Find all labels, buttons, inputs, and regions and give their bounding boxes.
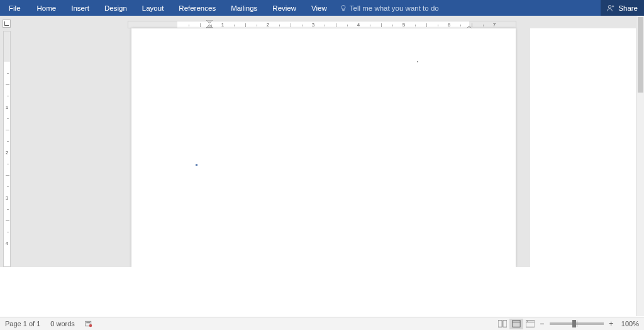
- blank-panel-right: [530, 28, 636, 267]
- vertical-ruler[interactable]: 1 2 3 4: [3, 31, 11, 267]
- print-layout-icon: [512, 320, 521, 327]
- tab-view[interactable]: View: [304, 0, 335, 16]
- share-button[interactable]: Share: [601, 0, 644, 16]
- share-label: Share: [618, 4, 638, 12]
- status-word-count[interactable]: 0 words: [45, 320, 80, 327]
- vruler-num: 3: [4, 195, 10, 201]
- horizontal-ruler[interactable]: 1 2 3 4 5 6 7: [128, 21, 516, 28]
- cursor: [196, 164, 197, 166]
- read-mode-icon: [498, 320, 507, 327]
- blank-panel-below: [0, 267, 644, 317]
- lightbulb-icon: [340, 4, 347, 12]
- macro-recording-button[interactable]: [80, 320, 97, 327]
- view-read-mode[interactable]: [496, 319, 509, 329]
- tab-review[interactable]: Review: [265, 0, 304, 16]
- svg-rect-11: [498, 321, 502, 327]
- macro-icon: [85, 320, 92, 327]
- svg-point-2: [609, 5, 612, 8]
- svg-rect-1: [343, 9, 344, 10]
- ribbon-tab-bar: File Home Insert Design Layout Reference…: [0, 0, 644, 16]
- svg-rect-9: [86, 322, 90, 324]
- tab-home[interactable]: Home: [30, 0, 64, 16]
- person-share-icon: [607, 4, 614, 12]
- document-page[interactable]: [131, 28, 516, 267]
- document-background: 1 2 3 4 5 6 7 1 2 3: [0, 16, 636, 267]
- svg-rect-13: [513, 321, 520, 327]
- svg-marker-3: [206, 20, 213, 23]
- ruler-left-margin[interactable]: [128, 21, 177, 28]
- workspace: 1 2 3 4 5 6 7 1 2 3: [0, 16, 644, 330]
- vruler-num: 1: [4, 105, 10, 110]
- svg-marker-4: [206, 25, 213, 28]
- web-layout-icon: [526, 320, 535, 327]
- tab-insert[interactable]: Insert: [64, 0, 97, 16]
- tab-stop-selector[interactable]: [3, 20, 11, 28]
- status-page[interactable]: Page 1 of 1: [0, 320, 45, 327]
- zoom-out-button[interactable]: −: [537, 319, 547, 328]
- svg-point-10: [89, 324, 92, 327]
- tab-file[interactable]: File: [0, 0, 30, 16]
- view-print-layout[interactable]: [509, 319, 523, 329]
- svg-point-17: [527, 321, 528, 321]
- svg-rect-12: [503, 321, 507, 327]
- artifact-dot: [417, 61, 418, 62]
- status-bar: Page 1 of 1 0 words − + 100%: [0, 317, 644, 330]
- tab-references[interactable]: References: [171, 0, 223, 16]
- tell-me-placeholder: Tell me what you want to do: [350, 4, 439, 12]
- tab-mailings[interactable]: Mailings: [223, 0, 265, 16]
- view-web-layout[interactable]: [523, 319, 537, 329]
- zoom-in-button[interactable]: +: [606, 319, 616, 328]
- zoom-slider[interactable]: [550, 322, 604, 325]
- tell-me-search[interactable]: Tell me what you want to do: [340, 4, 439, 12]
- tab-layout[interactable]: Layout: [135, 0, 172, 16]
- vertical-scrollbar[interactable]: [636, 16, 644, 316]
- zoom-slider-center-tick: [577, 321, 577, 327]
- vruler-num: 4: [4, 241, 10, 246]
- svg-point-0: [341, 5, 345, 9]
- zoom-percent[interactable]: 100%: [616, 320, 644, 327]
- vruler-num: 2: [4, 150, 10, 156]
- scrollbar-thumb[interactable]: [638, 17, 643, 93]
- tab-design[interactable]: Design: [97, 0, 135, 16]
- zoom-slider-handle[interactable]: [572, 320, 576, 327]
- ruler-top-margin[interactable]: [4, 31, 10, 62]
